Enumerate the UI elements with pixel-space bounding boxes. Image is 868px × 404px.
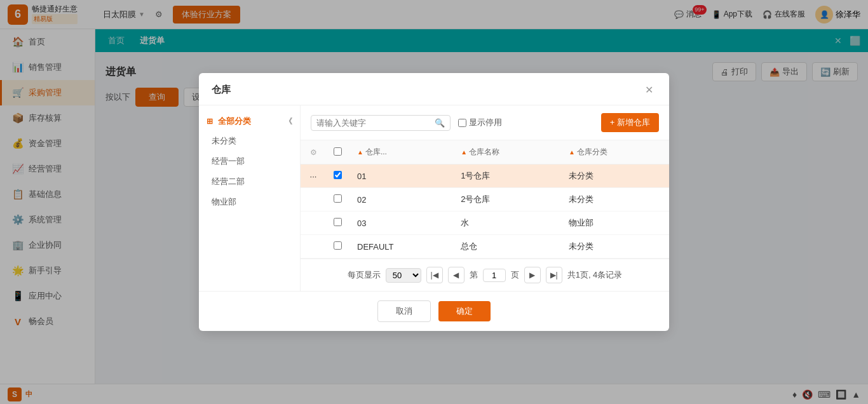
search-input-wrap: 🔍 (311, 115, 451, 125)
category-all-header[interactable]: ⊞ 全部分类 《 (199, 112, 300, 125)
category-panel: ⊞ 全部分类 《 未分类 经营一部 经营二部 物业部 (199, 105, 301, 125)
modal-header: 仓库 ✕ (199, 73, 669, 105)
warehouse-modal: 仓库 ✕ ⊞ 全部分类 《 未分类 经营一部 (199, 73, 669, 125)
content-panel: 🔍 显示停用 + 新增仓库 ⚙ (301, 105, 669, 125)
modal-overlay: 仓库 ✕ ⊞ 全部分类 《 未分类 经营一部 (0, 0, 868, 125)
show-disabled-label: 显示停用 (469, 117, 502, 125)
collapse-icon[interactable]: 《 (285, 116, 292, 125)
modal-close-button[interactable]: ✕ (641, 82, 656, 97)
modal-body: ⊞ 全部分类 《 未分类 经营一部 经营二部 物业部 (199, 105, 669, 125)
search-icon[interactable]: 🔍 (435, 118, 445, 125)
search-bar: 🔍 显示停用 + 新增仓库 (301, 105, 669, 125)
add-warehouse-button[interactable]: + 新增仓库 (601, 113, 659, 125)
show-disabled-checkbox[interactable] (458, 119, 466, 125)
modal-title: 仓库 (212, 84, 231, 96)
category-all-label: 全部分类 (218, 116, 251, 125)
show-disabled-toggle[interactable]: 显示停用 (458, 117, 502, 125)
search-input[interactable] (316, 118, 435, 125)
grid-icon: ⊞ (207, 117, 213, 125)
